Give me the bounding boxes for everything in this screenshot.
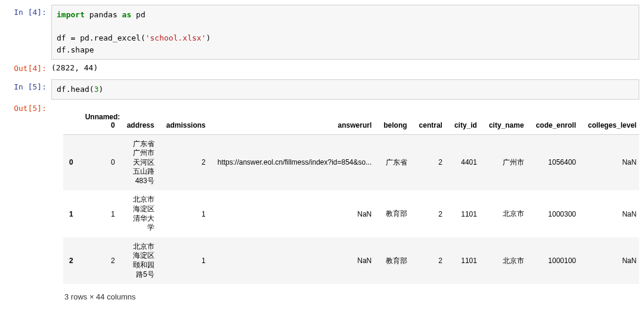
table-row: 22北京市海淀区颐和园路5号1NaN教育部21101北京市1000100NaN.… <box>63 237 639 284</box>
output-html-5: Unnamed: 0 address admissions answerurl … <box>51 101 639 313</box>
table-cell: https://answer.eol.cn/fillmess/index?id=… <box>212 134 377 190</box>
prompt-out-4: Out[4]: <box>5 61 51 78</box>
table-cell: 2 <box>79 237 121 284</box>
table-cell: 1000100 <box>530 237 582 284</box>
table-cell: 教育部 <box>377 190 413 237</box>
string-literal: 'school.xlsx' <box>145 33 206 42</box>
keyword-import: import <box>57 10 85 19</box>
col-header: Unnamed: 0 <box>79 108 121 135</box>
table-row: 11北京市海淀区清华大学1NaN教育部21101北京市1000300NaN...… <box>63 190 639 237</box>
index-header <box>63 108 79 135</box>
table-cell: 4401 <box>448 134 483 190</box>
code-input-5[interactable]: df.head(3) <box>51 79 639 100</box>
table-header-row: Unnamed: 0 address admissions answerurl … <box>63 108 639 135</box>
col-header: address <box>121 108 160 135</box>
cell-in-4: In [4]: import pandas as pd df = pd.read… <box>5 5 639 60</box>
output-text-4: (2822, 44) <box>51 61 639 78</box>
cell-out-4: Out[4]: (2822, 44) <box>5 61 639 78</box>
col-header: answerurl <box>212 108 377 135</box>
code-input-4[interactable]: import pandas as pd df = pd.read_excel('… <box>51 5 639 60</box>
table-cell: 2 <box>413 237 448 284</box>
table-cell: NaN <box>582 134 639 190</box>
col-header: city_name <box>483 108 530 135</box>
col-header: city_id <box>448 108 483 135</box>
table-cell: 广东省广州市天河区五山路483号 <box>121 134 160 190</box>
table-cell: 2 <box>160 134 212 190</box>
table-cell: 0 <box>79 134 121 190</box>
cell-out-5: Out[5]: Unnamed: 0 address admissions an… <box>5 101 639 313</box>
row-index: 0 <box>63 134 79 190</box>
table-cell: NaN <box>582 190 639 237</box>
table-cell: NaN <box>212 237 377 284</box>
table-cell: 北京市海淀区颐和园路5号 <box>121 237 160 284</box>
col-header: belong <box>377 108 413 135</box>
table-cell: NaN <box>212 190 377 237</box>
row-index: 2 <box>63 237 79 284</box>
table-cell: 广州市 <box>483 134 530 190</box>
cell-in-5: In [5]: df.head(3) <box>5 79 639 100</box>
table-cell: 1056400 <box>530 134 582 190</box>
dataframe-table: Unnamed: 0 address admissions answerurl … <box>63 108 639 285</box>
table-cell: 1101 <box>448 237 483 284</box>
table-cell: 北京市 <box>483 190 530 237</box>
prompt-in-5: In [5]: <box>5 79 51 100</box>
table-cell: 北京市 <box>483 237 530 284</box>
prompt-in-4: In [4]: <box>5 5 51 60</box>
table-cell: 1000300 <box>530 190 582 237</box>
dataframe-footer: 3 rows × 44 columns <box>51 289 639 306</box>
table-cell: 1101 <box>448 190 483 237</box>
col-header: central <box>413 108 448 135</box>
table-cell: 教育部 <box>377 237 413 284</box>
prompt-out-5: Out[5]: <box>5 101 51 116</box>
col-header: admissions <box>160 108 212 135</box>
table-cell: 广东省 <box>377 134 413 190</box>
row-index: 1 <box>63 190 79 237</box>
table-cell: 1 <box>79 190 121 237</box>
col-header: colleges_level <box>582 108 639 135</box>
table-row: 00广东省广州市天河区五山路483号2https://answer.eol.cn… <box>63 134 639 190</box>
keyword-as: as <box>122 10 132 19</box>
dataframe-scroll[interactable]: Unnamed: 0 address admissions answerurl … <box>51 103 639 313</box>
table-cell: 2 <box>413 190 448 237</box>
table-cell: 2 <box>413 134 448 190</box>
col-header: code_enroll <box>530 108 582 135</box>
table-cell: 1 <box>160 237 212 284</box>
table-cell: 1 <box>160 190 212 237</box>
table-cell: NaN <box>582 237 639 284</box>
table-cell: 北京市海淀区清华大学 <box>121 190 160 237</box>
